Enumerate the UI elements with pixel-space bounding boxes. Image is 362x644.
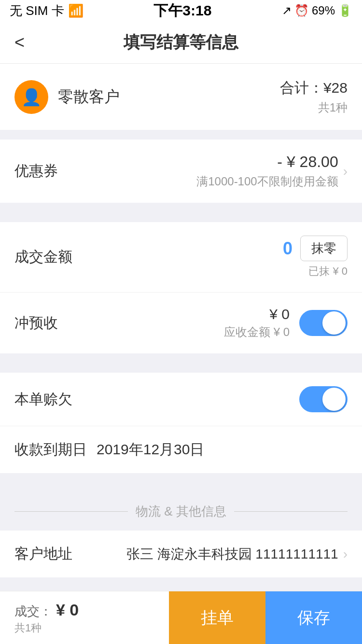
nav-bar: < 填写结算等信息 bbox=[0, 21, 362, 64]
prereceive-row: 冲预收 ¥ 0 应收金额 ¥ 0 bbox=[0, 292, 362, 353]
bottom-deal-count: 共1种 bbox=[14, 621, 154, 635]
coupon-section: 优惠券 - ¥ 28.00 满1000-100不限制使用金额 › bbox=[0, 140, 362, 203]
already-rounded: 已抹 ¥ 0 bbox=[308, 264, 348, 279]
coupon-row[interactable]: 优惠券 - ¥ 28.00 满1000-100不限制使用金额 › bbox=[0, 140, 362, 203]
separator-1 bbox=[0, 212, 362, 222]
logistics-title: 物流 & 其他信息 bbox=[136, 503, 226, 520]
total-amount: 合计：¥28 bbox=[280, 78, 348, 98]
no-sim-label: 无 SIM 卡 bbox=[10, 2, 64, 19]
deal-section: 成交金额 抹零 已抹 ¥ 0 冲预收 ¥ 0 应收金额 ¥ 0 bbox=[0, 222, 362, 353]
total-count: 共1种 bbox=[280, 100, 348, 115]
coupon-row-right: - ¥ 28.00 满1000-100不限制使用金额 › bbox=[196, 153, 348, 189]
bottom-deal-amount: ¥ 0 bbox=[56, 601, 79, 619]
address-section: 客户地址 张三 海淀永丰科技园 11111111111 › bbox=[0, 531, 362, 577]
back-button[interactable]: < bbox=[14, 32, 25, 53]
alarm-icon: ⏰ bbox=[294, 4, 309, 17]
due-date-row: 收款到期日 2019年12月30日 bbox=[0, 426, 362, 473]
debt-toggle-knob bbox=[322, 388, 346, 411]
save-button[interactable]: 保存 bbox=[265, 591, 362, 644]
toggle-knob bbox=[322, 311, 346, 335]
status-bar: 无 SIM 卡 📶 下午3:18 ↗ ⏰ 69% 🔋 bbox=[0, 0, 362, 21]
prereceive-text-col: ¥ 0 应收金额 ¥ 0 bbox=[224, 306, 290, 340]
due-date-label: 收款到期日 bbox=[14, 440, 87, 460]
avatar-icon: 👤 bbox=[21, 87, 42, 107]
address-row[interactable]: 客户地址 张三 海淀永丰科技园 11111111111 › bbox=[0, 531, 362, 577]
coupon-amount: - ¥ 28.00 bbox=[277, 153, 338, 171]
status-right: ↗ ⏰ 69% 🔋 bbox=[282, 4, 352, 17]
page-title: 填写结算等信息 bbox=[124, 31, 238, 54]
address-chevron-icon: › bbox=[343, 546, 348, 562]
prereceive-toggle[interactable] bbox=[299, 310, 348, 336]
wifi-icon: 📶 bbox=[68, 3, 84, 18]
debt-toggle[interactable] bbox=[299, 386, 348, 412]
address-label: 客户地址 bbox=[14, 544, 72, 564]
deal-amount-row: 成交金额 抹零 已抹 ¥ 0 bbox=[0, 222, 362, 292]
status-left: 无 SIM 卡 📶 bbox=[10, 2, 84, 19]
address-value: 张三 海淀永丰科技园 11111111111 bbox=[82, 545, 338, 563]
bottom-deal-label: 成交： bbox=[14, 603, 52, 620]
chevron-right-icon: › bbox=[343, 164, 348, 179]
logistics-line-right bbox=[234, 511, 348, 512]
separator-3 bbox=[0, 483, 362, 492]
prereceive-receivable: 应收金额 ¥ 0 bbox=[224, 324, 290, 340]
prereceive-amount: ¥ 0 bbox=[269, 306, 290, 322]
avatar: 👤 bbox=[14, 80, 48, 114]
status-time: 下午3:18 bbox=[153, 1, 211, 21]
prereceive-right: ¥ 0 应收金额 ¥ 0 bbox=[224, 306, 348, 340]
round-zero-button[interactable]: 抹零 bbox=[300, 236, 348, 261]
deal-amount-input[interactable] bbox=[196, 238, 292, 259]
logistics-line-left bbox=[14, 511, 128, 512]
logistics-header: 物流 & 其他信息 bbox=[0, 492, 362, 531]
hangup-button[interactable]: 挂单 bbox=[169, 591, 265, 644]
debt-row: 本单赊欠 bbox=[0, 373, 362, 426]
coupon-label: 优惠券 bbox=[14, 161, 72, 181]
customer-right: 合计：¥28 共1种 bbox=[280, 78, 348, 115]
coupon-value: - ¥ 28.00 满1000-100不限制使用金额 bbox=[196, 153, 338, 189]
deal-row-right: 抹零 bbox=[196, 236, 348, 261]
deal-amount-label: 成交金额 bbox=[14, 247, 72, 267]
address-row-inner: 客户地址 张三 海淀永丰科技园 11111111111 › bbox=[14, 544, 348, 564]
location-icon: ↗ bbox=[282, 4, 292, 17]
debt-section: 本单赊欠 收款到期日 2019年12月30日 bbox=[0, 373, 362, 473]
customer-left: 👤 零散客户 bbox=[14, 80, 120, 114]
prereceive-label: 冲预收 bbox=[14, 313, 72, 333]
customer-row: 👤 零散客户 合计：¥28 共1种 bbox=[0, 64, 362, 130]
customer-name: 零散客户 bbox=[58, 86, 120, 108]
customer-section: 👤 零散客户 合计：¥28 共1种 bbox=[0, 64, 362, 130]
content: 👤 零散客户 合计：¥28 共1种 优惠券 - ¥ 28.00 满1000-10… bbox=[0, 64, 362, 644]
debt-label: 本单赊欠 bbox=[14, 390, 72, 409]
due-date-value[interactable]: 2019年12月30日 bbox=[97, 440, 204, 460]
battery-icon: 🔋 bbox=[338, 4, 352, 17]
bottom-left: 成交： ¥ 0 共1种 bbox=[0, 601, 169, 635]
bottom-bar: 成交： ¥ 0 共1种 挂单 保存 bbox=[0, 591, 362, 644]
battery-label: 69% bbox=[312, 4, 335, 17]
separator-2 bbox=[0, 363, 362, 373]
coupon-desc: 满1000-100不限制使用金额 bbox=[196, 174, 338, 189]
deal-right-col: 抹零 已抹 ¥ 0 bbox=[196, 236, 348, 279]
